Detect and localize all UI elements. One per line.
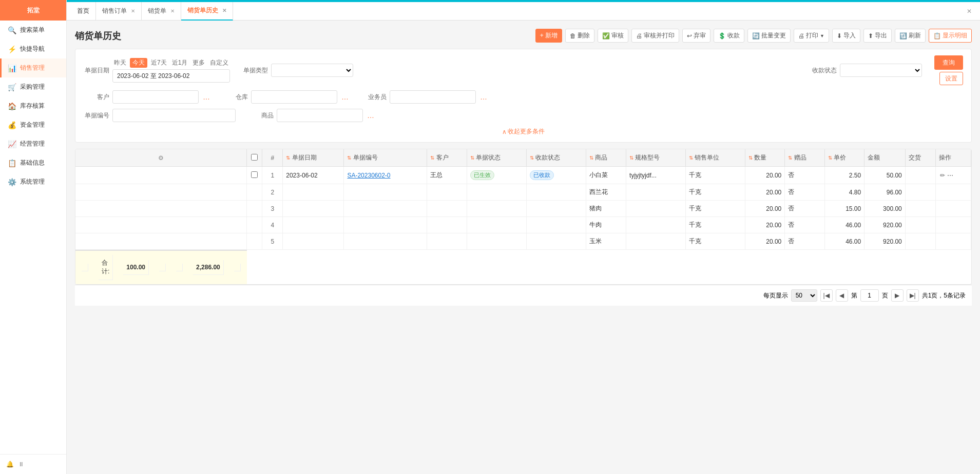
select-all-checkbox[interactable] [251,154,258,161]
warehouse-ellipsis[interactable]: … [341,93,349,101]
table-container: ⚙ # ⇅ 单据日期 ⇅ 单据编号 [75,149,972,285]
shortcut-yesterday[interactable]: 昨天 [112,58,128,68]
date-range-input[interactable] [112,69,230,83]
print-button[interactable]: 🖨 打印 ▼ [794,29,829,43]
edit-icon[interactable]: ✏ [940,172,945,179]
payment-status-select[interactable] [840,64,922,77]
pagination: 每页显示 50 100 200 |◀ ◀ 第 页 ▶ ▶| 共1页，5条记录 [75,285,972,306]
filter-row-3: 单据编号 商品 … [84,109,963,122]
col-docstatus-th[interactable]: ⇅ 单据状态 [467,149,526,167]
sidebar-item-search[interactable]: 🔍 搜索菜单 [0,21,66,40]
sidebar-item-inventory[interactable]: 🏠 库存核算 [0,96,66,115]
audit-print-button[interactable]: 🖨 审核并打印 [631,29,679,43]
col-customer-th[interactable]: ⇅ 客户 [427,149,467,167]
page-number-input[interactable] [860,289,879,302]
sidebar-item-operations[interactable]: 📈 经营管理 [0,134,66,153]
col-gift-th[interactable]: ⇅ 赠品 [785,149,824,167]
delete-button[interactable]: 🗑 删除 [565,29,594,43]
sort-icon: ⇅ [347,155,351,161]
refresh-button[interactable]: 🔃 刷新 [895,29,926,43]
abandon-button[interactable]: ↩ 弃审 [682,29,710,43]
tab-sales-history[interactable]: 销货单历史 ✕ [181,2,233,21]
shortcut-today[interactable]: 今天 [130,58,147,68]
row-action-cell [936,201,971,217]
tab-sales-order[interactable]: 销售订单 ✕ [96,2,142,21]
page-content-area: 销货单历史 + 新增 🗑 删除 ✅ 审核 🖨 审核并打印 ↩ 弃审 [67,21,980,474]
prev-page-button[interactable]: ◀ [836,289,848,302]
sidebar-bottom-icon1[interactable]: 🔔 [6,461,14,468]
audit-button[interactable]: ✅ 审核 [598,29,628,43]
tab-close-icon[interactable]: ✕ [131,8,135,14]
sidebar-item-quicknav[interactable]: ⚡ 快捷导航 [0,40,66,58]
query-button[interactable]: 查询 [934,55,963,70]
row-checkbox-cell[interactable] [247,217,262,233]
row-paystatus-cell [526,233,586,250]
last-page-button[interactable]: ▶| [907,289,919,302]
row-checkbox[interactable] [251,171,258,178]
goods-input[interactable] [277,109,363,122]
col-spec-th[interactable]: ⇅ 规格型号 [626,149,686,167]
col-unit-th[interactable]: ⇅ 销售单位 [685,149,745,167]
goods-ellipsis[interactable]: … [367,111,374,120]
filter-docno-field: 单据编号 [84,109,236,122]
col-qty-th[interactable]: ⇅ 数量 [745,149,784,167]
sidebar-item-purchase[interactable]: 🛒 采购管理 [0,77,66,96]
row-checkbox-cell[interactable] [247,201,262,217]
sidebar-item-finance[interactable]: 💰 资金管理 [0,115,66,134]
collect-button[interactable]: 💲 收款 [714,29,744,43]
per-page-select[interactable]: 50 100 200 [791,289,817,302]
tab-sales-goods[interactable]: 销货单 ✕ [142,2,181,21]
col-paystatus-th[interactable]: ⇅ 收款状态 [526,149,586,167]
tab-home[interactable]: 首页 [71,2,96,21]
warehouse-input[interactable] [251,90,337,104]
row-goods-cell: 牛肉 [586,217,626,233]
tab-close-icon[interactable]: ✕ [222,8,226,13]
col-docno-th[interactable]: ⇅ 单据编号 [344,149,427,167]
col-docdate-th[interactable]: ⇅ 单据日期 [283,149,344,167]
customer-ellipsis[interactable]: … [203,93,210,101]
sort-icon: ⇅ [530,155,534,161]
collapse-button[interactable]: ∧ 收起更多条件 [84,127,963,136]
shortcut-custom[interactable]: 自定义 [208,58,230,68]
col-unitprice-th[interactable]: ⇅ 单价 [824,149,864,167]
close-all-tabs[interactable]: ✕ [963,8,976,15]
sidebar-item-system[interactable]: ⚙️ 系统管理 [0,172,66,191]
shortcut-1month[interactable]: 近1月 [170,58,189,68]
sidebar-item-basic[interactable]: 📋 基础信息 [0,153,66,172]
table-footer-row: 合计: 100.00 2,286.00 [75,250,247,284]
row-checkbox-cell[interactable] [247,167,262,184]
row-docno-cell [344,184,427,201]
sidebar-bottom-icon2[interactable]: ⏸ [18,461,24,468]
sidebar-item-sales[interactable]: 📊 销售管理 [0,58,66,77]
docno-input[interactable] [112,109,236,122]
salesperson-ellipsis[interactable]: … [480,93,487,101]
col-settings-th[interactable]: ⚙ [75,149,247,167]
row-checkbox-cell[interactable] [247,184,262,201]
customer-label: 客户 [84,93,109,102]
row-docstatus-cell [467,184,526,201]
new-button[interactable]: + 新增 [535,29,562,43]
tab-close-icon[interactable]: ✕ [170,8,175,14]
shortcut-7days[interactable]: 近7天 [149,58,168,68]
customer-input[interactable] [112,90,199,104]
show-detail-button[interactable]: 📋 显示明细 [929,29,972,43]
setup-button[interactable]: 设置 [939,72,963,85]
batch-change-button[interactable]: 🔄 批量变更 [747,29,791,43]
sort-icon: ⇅ [689,155,693,161]
doctype-select[interactable] [271,64,353,77]
docno-link[interactable]: SA-20230602-0 [347,172,390,179]
shortcut-more[interactable]: 更多 [191,58,206,68]
col-goods-th[interactable]: ⇅ 商品 [586,149,626,167]
export-button[interactable]: ⬆ 导出 [863,29,892,43]
import-button[interactable]: ⬇ 导入 [832,29,860,43]
row-goods-cell: 猪肉 [586,201,626,217]
first-page-button[interactable]: |◀ [820,289,833,302]
salesperson-input[interactable] [390,90,476,104]
row-checkbox-cell[interactable] [247,233,262,250]
row-qty-cell: 20.00 [745,167,784,184]
sidebar-item-label: 快捷导航 [20,45,45,53]
sidebar-item-label: 基础信息 [20,159,45,167]
more-icon[interactable]: ⋯ [947,172,953,179]
next-page-button[interactable]: ▶ [891,289,904,302]
row-docno-cell [344,217,427,233]
